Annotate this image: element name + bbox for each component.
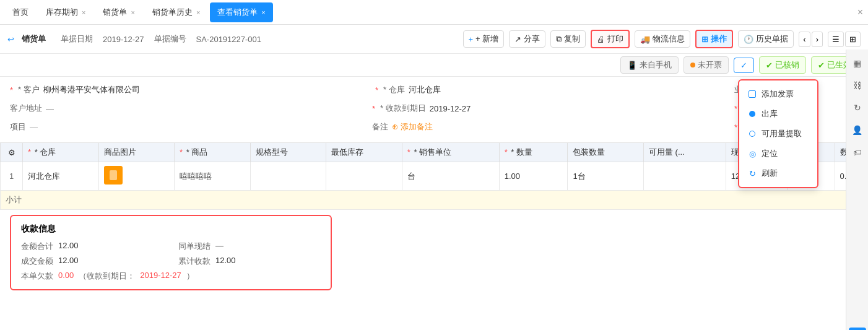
row-product-img: [98, 162, 175, 191]
payment-info-grid: 金额合计 12.00 同单现结 — 成交金额 12.00 累计收款 12.00 …: [21, 241, 321, 282]
product-img-col-header: 商品图片: [98, 143, 175, 162]
phone-icon: 📱: [627, 61, 637, 70]
available-col-header: 可用量 (...: [643, 143, 726, 162]
operations-dropdown: 添加发票 出库 可用量提取 ◎ 定位 ↻ 刷新: [738, 79, 818, 188]
total-amount-value: 12.00: [58, 241, 79, 252]
row-unit: 台: [402, 162, 499, 191]
share-button[interactable]: ↗ 分享: [509, 30, 545, 48]
pkg-qty-col-header: 包装数量: [568, 143, 644, 162]
sidebar-expand-icon[interactable]: ⛶: [849, 328, 866, 330]
add-invoice-icon: [748, 90, 757, 98]
tab-sales-history[interactable]: 销货单历史 ×: [145, 2, 207, 22]
cumulative-value: 12.00: [215, 256, 236, 267]
payment-date-field: * * 收款到期日 2019-12-27: [372, 103, 496, 114]
unopened-btn[interactable]: 未开票: [684, 56, 729, 74]
prev-arrow[interactable]: ‹: [799, 32, 810, 47]
doc-icon: ↩: [7, 35, 14, 44]
close-tab-sales[interactable]: ×: [131, 9, 134, 16]
deal-amount-value: 12.00: [58, 256, 79, 267]
confirmed-btn[interactable]: ✔ 已核销: [759, 56, 806, 74]
row-spec: [250, 162, 326, 191]
new-button[interactable]: + + 新增: [463, 30, 505, 48]
print-icon: 🖨: [597, 35, 605, 44]
orange-dot: [690, 63, 695, 67]
arrears-label: 本单欠款: [21, 271, 53, 282]
action-row: 📱 来自手机 未开票 ✓ ✔ 已核销 ✔ 已生效: [0, 54, 868, 77]
tab-home[interactable]: 首页: [5, 2, 36, 22]
form-row-2: 客户地址 — * * 收款到期日 2019-12-27 * * 票据类型 不开票: [10, 103, 858, 114]
tab-view-sales[interactable]: 查看销货单 ×: [210, 2, 272, 22]
qty-col-header: * * 数量: [499, 143, 568, 162]
tab-inventory-init[interactable]: 库存期初 ×: [38, 2, 93, 22]
sidebar-link-icon[interactable]: ⛓: [849, 77, 866, 94]
locate-item[interactable]: ◎ 定位: [739, 144, 817, 163]
form-row-3: 项目 — 备注 ⊕ 添加备注 * * 业务员孟 —: [10, 121, 858, 132]
row-num: 1: [1, 162, 23, 191]
history-button[interactable]: 🕐 历史单据: [738, 30, 794, 48]
check-circle-icon: ✔: [766, 61, 773, 70]
locate-icon: ◎: [748, 149, 757, 158]
toolbar: ↩ 销货单 单据日期 2019-12-27 单据编号 SA-20191227-0…: [0, 25, 868, 54]
subtotal-row: 小计: [1, 191, 868, 210]
unit-col-header: * * 销售单位: [402, 143, 499, 162]
row-min-stock: [326, 162, 402, 191]
product-image: [104, 166, 123, 185]
list-view-btn[interactable]: ☰: [828, 32, 844, 47]
row-pkg-qty: 1台: [568, 162, 644, 191]
main-area: ↩ 销货单 单据日期 2019-12-27 单据编号 SA-20191227-0…: [0, 25, 868, 330]
add-remark-btn[interactable]: ⊕ 添加备注: [392, 121, 433, 132]
sidebar-tag-icon[interactable]: 🏷: [849, 144, 866, 161]
doc-number-label: 单据编号: [154, 33, 186, 45]
plus-remark-icon: ⊕: [392, 122, 398, 131]
address-field: 客户地址 —: [10, 103, 134, 114]
arrears-value: 0.00: [58, 271, 74, 282]
copy-button[interactable]: ⧉ 复制: [550, 30, 586, 48]
history-icon: 🕐: [744, 35, 753, 44]
total-amount-label: 金额合计: [21, 241, 53, 252]
right-sidebar: ▦ ⛓ ↻ 👤 🏷 ⛶: [846, 50, 868, 330]
sidebar-person-icon[interactable]: 👤: [849, 121, 866, 139]
same-order-value: —: [215, 241, 224, 252]
outbound-icon: [748, 110, 757, 118]
available-pickup-item[interactable]: 可用量提取: [739, 124, 817, 144]
window-close-btn[interactable]: ×: [857, 7, 863, 18]
logistics-button[interactable]: 🚚 物流信息: [635, 30, 690, 48]
grid-view-btn[interactable]: ⊞: [845, 32, 861, 47]
tab-sales-order[interactable]: 销货单 ×: [95, 2, 142, 22]
arrears-row: 本单欠款 0.00 （收款到期日： 2019-12-27 ）: [21, 271, 321, 282]
print-button[interactable]: 🖨 打印: [591, 30, 630, 48]
form-row-1: * * 客户 柳州粤港平安气体有限公司 * * 仓库 河北仓库 业务员 演示账号: [10, 84, 858, 95]
cumulative-label: 累计收款: [178, 256, 210, 267]
check-icon: ✓: [740, 61, 747, 70]
settings-col-header: ⚙: [1, 143, 23, 162]
add-invoice-item[interactable]: 添加发票: [739, 84, 817, 104]
sidebar-rotate-icon[interactable]: ↻: [849, 99, 866, 116]
deal-amount-row: 成交金额 12.00: [21, 256, 163, 267]
doc-number-value: SA-20191227-001: [196, 35, 262, 44]
project-field: 项目 —: [10, 121, 134, 132]
customer-field: * * 客户 柳州粤港平安气体有限公司: [10, 84, 140, 95]
row-qty: 1.00: [499, 162, 568, 191]
close-tab-history[interactable]: ×: [196, 9, 200, 16]
grid-icon: ⊞: [701, 35, 708, 44]
sidebar-grid-icon[interactable]: ▦: [849, 54, 866, 72]
gear-icon[interactable]: ⚙: [8, 148, 15, 157]
share-icon: ↗: [514, 35, 521, 44]
payment-info-title: 收款信息: [21, 224, 321, 235]
next-arrow[interactable]: ›: [812, 32, 823, 47]
doc-date-label: 单据日期: [61, 33, 93, 45]
confirm-check-btn[interactable]: ✓: [734, 58, 754, 73]
arrears-note: （收款到期日：: [79, 271, 135, 282]
close-tab-inventory[interactable]: ×: [82, 9, 85, 16]
refresh-item[interactable]: ↻ 刷新: [739, 163, 817, 183]
close-tab-view-sales[interactable]: ×: [261, 9, 265, 16]
check2-icon: ✔: [818, 61, 825, 70]
from-phone-btn[interactable]: 📱 来自手机: [620, 56, 679, 74]
outbound-item[interactable]: 出库: [739, 104, 817, 124]
operations-button[interactable]: ⊞ 操作: [695, 30, 733, 48]
spec-col-header: 规格型号: [250, 143, 326, 162]
total-amount-row: 金额合计 12.00: [21, 241, 163, 252]
view-toggle: ☰ ⊞: [828, 32, 861, 47]
deal-amount-label: 成交金额: [21, 256, 53, 267]
remark-field: 备注 ⊕ 添加备注: [372, 121, 496, 132]
